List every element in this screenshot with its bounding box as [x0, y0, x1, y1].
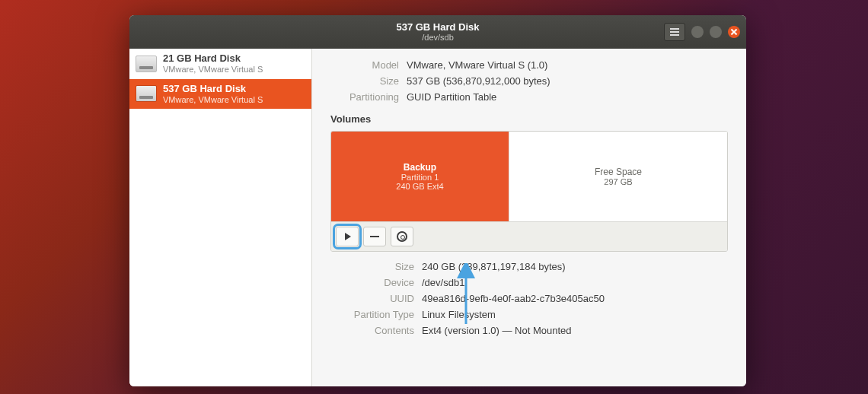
value-device: /dev/sdb1	[422, 277, 464, 288]
volume-free-space[interactable]: Free Space 297 GB	[509, 132, 727, 221]
delete-partition-button[interactable]	[363, 227, 386, 246]
close-button[interactable]	[728, 26, 740, 38]
harddisk-icon	[136, 85, 157, 102]
gear-icon	[397, 231, 407, 242]
partition-options-button[interactable]	[391, 227, 413, 246]
sidebar-disk-0[interactable]: 21 GB Hard Disk VMware, VMware Virtual S	[129, 49, 311, 79]
row-contents: Contents Ext4 (version 1.0) — Not Mounte…	[330, 325, 728, 336]
disk-subtitle: VMware, VMware Virtual S	[163, 95, 263, 105]
volume-line3: 240 GB Ext4	[396, 182, 443, 191]
volume-toolbar	[331, 221, 727, 251]
volumes-box: Backup Partition 1 240 GB Ext4 Free Spac…	[330, 131, 728, 252]
play-icon	[345, 233, 351, 240]
label-ptype: Partition Type	[330, 309, 414, 320]
label-model: Model	[330, 59, 399, 71]
mount-button[interactable]	[336, 227, 359, 246]
sidebar-disk-1[interactable]: 537 GB Hard Disk VMware, VMware Virtual …	[129, 79, 311, 110]
harddisk-icon	[136, 56, 157, 72]
volume-line2: 297 GB	[604, 177, 632, 186]
row-size: Size 537 GB (536,870,912,000 bytes)	[330, 75, 728, 87]
value-uuid: 49ea816d-9efb-4e0f-aab2-c7b3e405ac50	[422, 293, 605, 304]
value-partitioning: GUID Partition Table	[407, 91, 496, 103]
label-uuid: UUID	[330, 293, 414, 304]
disk-sidebar: 21 GB Hard Disk VMware, VMware Virtual S…	[129, 49, 312, 386]
value-contents: Ext4 (version 1.0) — Not Mounted	[422, 325, 572, 336]
minus-icon	[370, 236, 379, 237]
row-partitioning: Partitioning GUID Partition Table	[330, 91, 728, 103]
value-ptype: Linux Filesystem	[422, 309, 496, 320]
hamburger-icon	[670, 31, 679, 33]
window-subtitle: /dev/sdb	[129, 33, 746, 42]
label-device: Device	[330, 277, 414, 288]
titlebar: 537 GB Hard Disk /dev/sdb	[129, 15, 746, 49]
label-partitioning: Partitioning	[330, 91, 399, 103]
main-panel: Model VMware, VMware Virtual S (1.0) Siz…	[312, 49, 746, 386]
minimize-button[interactable]	[691, 26, 704, 38]
volume-name: Free Space	[595, 167, 642, 177]
row-model: Model VMware, VMware Virtual S (1.0)	[330, 59, 728, 71]
disks-window: 537 GB Hard Disk /dev/sdb 21 GB Hard Dis…	[129, 15, 746, 386]
label-part-size: Size	[330, 261, 414, 272]
window-title: 537 GB Hard Disk	[129, 22, 746, 33]
label-contents: Contents	[330, 325, 414, 336]
volumes-heading: Volumes	[330, 113, 728, 125]
value-part-size: 240 GB (239,871,197,184 bytes)	[422, 261, 566, 272]
value-size: 537 GB (536,870,912,000 bytes)	[407, 75, 550, 87]
disk-title: 21 GB Hard Disk	[163, 53, 263, 65]
hamburger-menu-button[interactable]	[664, 23, 685, 41]
disk-subtitle: VMware, VMware Virtual S	[163, 65, 263, 75]
row-device: Device /dev/sdb1	[330, 277, 728, 288]
row-uuid: UUID 49ea816d-9efb-4e0f-aab2-c7b3e405ac5…	[330, 293, 728, 304]
label-size: Size	[330, 75, 399, 87]
value-model: VMware, VMware Virtual S (1.0)	[407, 59, 547, 71]
volume-line2: Partition 1	[401, 173, 439, 182]
disk-title: 537 GB Hard Disk	[163, 84, 263, 95]
volume-name: Backup	[404, 162, 436, 173]
volume-partition-1[interactable]: Backup Partition 1 240 GB Ext4	[331, 132, 509, 221]
maximize-button[interactable]	[710, 26, 722, 38]
row-ptype: Partition Type Linux Filesystem	[330, 309, 728, 320]
volume-strip: Backup Partition 1 240 GB Ext4 Free Spac…	[331, 132, 727, 221]
partition-details: Size 240 GB (239,871,197,184 bytes) Devi…	[330, 261, 728, 336]
row-part-size: Size 240 GB (239,871,197,184 bytes)	[330, 261, 728, 272]
